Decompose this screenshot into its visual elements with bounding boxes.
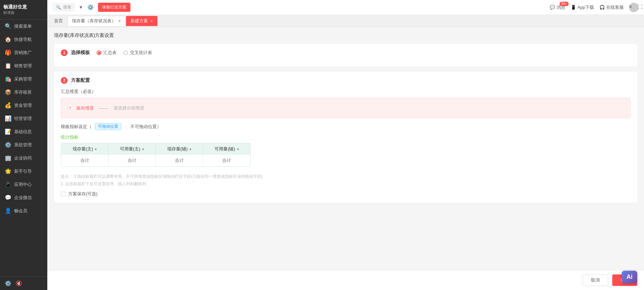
volume-footer-icon[interactable]: 🔇 xyxy=(16,280,22,287)
online-service-label: 在线客服 xyxy=(606,4,624,10)
settings-footer-icon[interactable]: ⚙️ xyxy=(5,280,11,287)
tabs-bar: 首页 现存量（库存状况表） ✕ 新建方案 ✕ ✕ ⛶ xyxy=(47,15,644,27)
sidebar-item-members[interactable]: 👤 畅会员 xyxy=(0,204,47,217)
save-label: 方案保存(可选) xyxy=(68,191,98,197)
messages-item[interactable]: 💬 消息 99+ xyxy=(550,4,565,10)
sidebar-item-label: 畅会员 xyxy=(14,208,27,214)
enterprise-icon: 🏢 xyxy=(5,155,11,161)
sidebar-item-label: 应用中心 xyxy=(14,182,32,188)
stat-section-title: 统计指标 xyxy=(61,134,630,140)
col-chevron-3: ▾ xyxy=(237,147,239,151)
operations-icon: 📊 xyxy=(5,115,11,122)
content-area: 现存量(库存状况表)方案设置 1 选择模板 汇总表 交叉统计表 xyxy=(47,27,644,270)
sidebar-footer: ⚙️ 🔇 xyxy=(0,276,47,290)
sidebar-scroll: 🔍 搜索菜单 🏠 快捷导航 🎁 营销推广 📋 销售管理 🛍️ 采购管理 📦 库存… xyxy=(0,20,47,276)
panel-close-btn[interactable]: ✕ xyxy=(626,3,635,11)
sidebar-item-label: 新手引导 xyxy=(14,168,32,174)
logo-sub: 标准版 xyxy=(3,10,44,15)
app-download-label: App下载 xyxy=(577,4,594,10)
sidebar-item-search-menu[interactable]: 🔍 搜索菜单 xyxy=(0,20,47,33)
dimension-placeholder: 请选择分组维度 xyxy=(114,105,144,111)
tab-new-scheme[interactable]: 新建方案 ✕ xyxy=(126,16,157,26)
app-center-icon: 📱 xyxy=(5,181,11,188)
headset-icon: 🎧 xyxy=(599,5,605,10)
tab-inventory-label: 现存量（库存状况表） xyxy=(72,18,116,24)
sidebar-item-sales[interactable]: 📋 销售管理 xyxy=(0,59,47,72)
section2-title: 方案配置 xyxy=(71,77,90,83)
section1-title: 选择模板 xyxy=(71,50,90,56)
col-body-2: 合计 xyxy=(156,155,203,166)
sidebar-logo: 畅通好生意 标准版 xyxy=(0,0,47,20)
dimension-dash: —— xyxy=(99,106,108,111)
dimension-label-text: 纵向维度 xyxy=(76,105,94,111)
sidebar-item-label: 系统管理 xyxy=(14,142,32,148)
sidebar-item-operations[interactable]: 📊 经营管理 xyxy=(0,112,47,125)
section1-header: 1 选择模板 汇总表 交叉统计表 xyxy=(61,49,630,56)
online-service-item[interactable]: 🎧 在线客服 xyxy=(599,4,624,10)
search-placeholder: 搜索 xyxy=(63,4,71,10)
cancel-button[interactable]: 取消 xyxy=(583,274,608,286)
search-icon: 🔍 xyxy=(56,5,61,10)
topbar-dropdown[interactable]: ▼ xyxy=(79,5,83,10)
tab-new-scheme-label: 新建方案 xyxy=(130,18,148,24)
col-body-0: 合计 xyxy=(61,155,108,166)
dropdown-chevron-icon: ▼ xyxy=(79,5,83,10)
system-icon: ⚙️ xyxy=(5,142,11,148)
col-header-3[interactable]: 可用量(辅) ▾ xyxy=(203,143,250,155)
topbar-search[interactable]: 🔍 搜索 xyxy=(53,3,75,11)
tab-home[interactable]: 首页 xyxy=(50,16,67,26)
sidebar-item-app-center[interactable]: 📱 应用中心 xyxy=(0,178,47,191)
sidebar-item-inventory[interactable]: 📦 库存核算 xyxy=(0,86,47,99)
panel-expand-btn[interactable]: ⛶ xyxy=(636,3,644,11)
topbar-gear-icon[interactable]: ⚙️ xyxy=(87,4,94,10)
message-icon: 💬 xyxy=(550,5,555,10)
col-body-val-2: 合计 xyxy=(175,158,184,164)
sidebar-item-label: 营销推广 xyxy=(14,50,32,56)
radio-summary-circle xyxy=(97,50,101,55)
sidebar-item-system[interactable]: ⚙️ 系统管理 xyxy=(0,138,47,151)
col-body-3: 合计 xyxy=(203,155,250,166)
unmovable-label: 不可拖动位置） xyxy=(130,124,161,130)
col-header-0[interactable]: 现存量(主) ▾ xyxy=(61,143,108,155)
sidebar-item-purchase[interactable]: 🛍️ 采购管理 xyxy=(0,72,47,86)
sidebar-item-quick-nav[interactable]: 🏠 快捷导航 xyxy=(0,33,47,46)
sidebar-item-new-guide[interactable]: 🌟 新手引导 xyxy=(0,165,47,178)
section2-header: 2 方案配置 xyxy=(61,77,630,84)
sales-icon: 📋 xyxy=(5,63,11,69)
dimension-box[interactable]: * 纵向维度 —— 请选择分组维度 xyxy=(61,98,630,118)
stat-table-body: 合计 合计 合计 合计 xyxy=(61,155,250,166)
tab-inventory-close-icon[interactable]: ✕ xyxy=(118,19,121,23)
new-guide-icon: 🌟 xyxy=(5,168,11,174)
logo-title: 畅通好生意 xyxy=(3,4,44,10)
quick-nav-icon: 🏠 xyxy=(5,36,11,43)
topbar-left: 🔍 搜索 ▼ ⚙️ 体验行业方案 xyxy=(53,3,130,12)
sidebar-item-label: 基础信息 xyxy=(14,129,32,135)
sidebar-item-enterprise-wechat[interactable]: 💬 企业微信 xyxy=(0,191,47,204)
save-checkbox[interactable] xyxy=(61,192,66,196)
sidebar: 畅通好生意 标准版 🔍 搜索菜单 🏠 快捷导航 🎁 营销推广 📋 销售管理 🛍️… xyxy=(0,0,47,290)
sub-label-dimension: 汇总维度（必选） xyxy=(61,89,630,95)
sidebar-item-finance[interactable]: 💰 资金管理 xyxy=(0,99,47,112)
radio-summary[interactable]: 汇总表 xyxy=(97,50,117,56)
tips-section: 提示： 1.拖动标题栏可以调整布局，不可跨维度或指标区域拖动栏目字段(只能在同一… xyxy=(61,173,630,188)
sidebar-item-label: 采购管理 xyxy=(14,76,32,82)
ai-badge[interactable]: Ai xyxy=(622,271,637,283)
marketing-icon: 🎁 xyxy=(5,49,11,56)
col-header-1[interactable]: 可用量(主) ▾ xyxy=(108,143,156,155)
section-scheme-config: 2 方案配置 汇总维度（必选） * 纵向维度 —— 请选择分组维度 模板指标设定… xyxy=(54,72,637,202)
tip-2: 2. 点击标题栏下拉可设置排序、插入列和删除列 xyxy=(61,180,630,188)
radio-cross[interactable]: 交叉统计表 xyxy=(123,50,152,56)
sidebar-item-label: 资金管理 xyxy=(14,102,32,108)
col-body-val-0: 合计 xyxy=(80,158,89,164)
tab-inventory-status[interactable]: 现存量（库存状况表） ✕ xyxy=(68,16,125,26)
indicator-settings-row: 模板指标设定（ 可拖动位置 □ 不可拖动位置） xyxy=(61,123,630,130)
tab-new-scheme-close-icon[interactable]: ✕ xyxy=(150,19,153,23)
app-download-item[interactable]: 📱 App下载 xyxy=(571,4,594,10)
indicator-tag-square: □ xyxy=(125,124,127,129)
sidebar-item-marketing[interactable]: 🎁 营销推广 xyxy=(0,46,47,59)
industry-btn[interactable]: 体验行业方案 xyxy=(98,3,130,12)
sidebar-item-enterprise[interactable]: 🏢 企业协同 xyxy=(0,151,47,165)
stat-table: 现存量(主) ▾ 可用量(主) ▾ 现存量(辅) ▾ 可用量(辅) ▾ xyxy=(61,143,251,167)
sidebar-item-base-info[interactable]: 📝 基础信息 xyxy=(0,125,47,138)
col-header-2[interactable]: 现存量(辅) ▾ xyxy=(156,143,203,155)
